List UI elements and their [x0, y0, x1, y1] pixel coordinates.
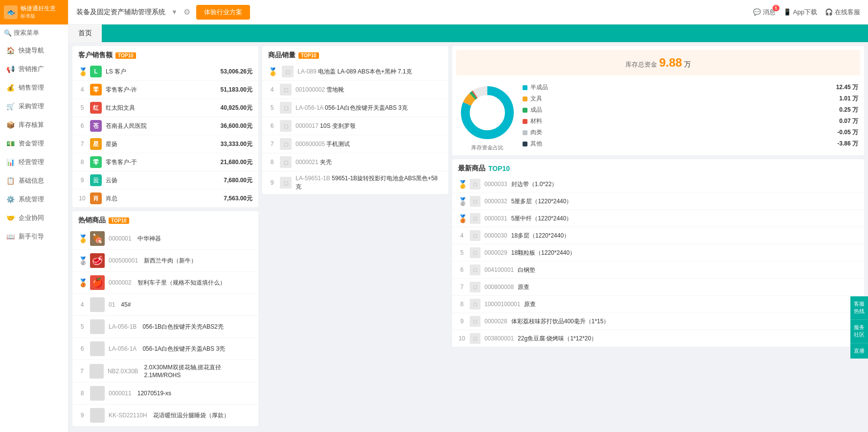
main-area: 装备及固定资产辅助管理系统 ▼ ⚙ 体验行业方案 💬 消息 6 📱 App下载 … [69, 0, 868, 432]
sidebar-item-caigou[interactable]: 🛒 采购管理 [0, 97, 68, 116]
new-rank-6: 6 [458, 266, 466, 273]
new-rank-10: 10 [458, 335, 466, 342]
hot-rank-6: 6 [78, 345, 86, 352]
legend-name-3: 材料 [530, 117, 836, 125]
right-column: 库存总资金 9.88 万 [452, 46, 864, 428]
prod-rank-2: 4 [268, 86, 276, 93]
new-img-7: ▢ [470, 282, 480, 292]
sidebar-label-xinshou: 新手引导 [19, 232, 44, 241]
sidebar-item-kucun[interactable]: 📦 库存核算 [0, 116, 68, 134]
customer-amount-8: 7,563.00元 [224, 194, 252, 203]
hot-row-8: 8 0000011 12070519-xs [72, 383, 258, 405]
float-btn-service[interactable]: 客服热线 [850, 296, 868, 320]
prod-row-6: 8 ▢ 0000021 夹壳 [262, 153, 448, 171]
product-rank-list: 🥇 ▢ LA-089 电池盖 LA-089 ABS本色+黑种 7.1克 4 ▢ … [262, 63, 448, 194]
sidebar-label-qiye: 企业协同 [19, 214, 44, 222]
hot-name-1: 中华神器 [137, 235, 161, 243]
hot-img-7 [90, 364, 104, 379]
legend-name-5: 其他 [530, 140, 834, 148]
customer-name-8: 肖总 [106, 194, 220, 203]
customer-avatar-8: 肖 [90, 192, 102, 204]
online-service-btn[interactable]: 🎧 在线客服 [825, 8, 860, 17]
new-code-2: 0000032 [484, 198, 507, 205]
sidebar-item-qiye[interactable]: 🤝 企业协同 [0, 209, 68, 227]
prod-rank-7: 9 [268, 179, 276, 186]
sidebar-item-xiaoshou[interactable]: 💰 销售管理 [0, 78, 68, 97]
float-btn-live[interactable]: 直播 [850, 343, 868, 359]
hot-code-3: 0000002 [109, 279, 132, 286]
hot-code-4: 01 [109, 301, 115, 308]
sidebar-item-jichu[interactable]: 📋 基础信息 [0, 171, 68, 190]
product-ranking-label: 商品销量 [268, 51, 296, 60]
tab-home[interactable]: 首页 [69, 24, 102, 42]
customer-ranking-panel: 客户销售额 TOP10 🥇 L LS 客户 53,006.26元 4 零 [72, 46, 258, 207]
legend-name-2: 成品 [530, 106, 836, 114]
sidebar-item-xinshou[interactable]: 📖 新手引导 [0, 227, 68, 246]
customer-top-badge: TOP10 [115, 52, 136, 59]
sidebar-item-kuaijie[interactable]: 🏠 快捷导航 [0, 41, 68, 60]
legend-item-1: 文具 1.01 万 [523, 95, 858, 103]
customer-rank-row-8: 10 肖 肖总 7,563.00元 [72, 190, 258, 207]
legend-name-0: 半成品 [530, 83, 833, 92]
hot-name-8: 12070519-xs [137, 390, 171, 397]
customer-amount-6: 21,680.00元 [221, 158, 252, 167]
hot-products-list: 🥇 🍖 0000001 中华神器 🥈 🥩 000500001 新西兰 [72, 228, 258, 426]
prod-img-1: ▢ [282, 66, 294, 77]
rank-num-6: 8 [78, 159, 86, 166]
customer-avatar-5: 星 [90, 138, 102, 150]
app-download-btn[interactable]: 📱 App下载 [783, 8, 817, 17]
customer-amount-2: 51,183.00元 [221, 86, 252, 94]
medal-gold-1: 🥇 [78, 67, 86, 76]
operation-icon: 📊 [6, 158, 15, 167]
left-column: 客户销售额 TOP10 🥇 L LS 客户 53,006.26元 4 零 [72, 46, 258, 428]
prod-code-2: 001000002 [296, 86, 325, 93]
sidebar-label-caigou: 采购管理 [19, 102, 44, 111]
new-prod-row-4: 4 ▢ 0000030 18多层（1220*2440） [452, 227, 864, 244]
hot-rank-4: 4 [78, 301, 86, 308]
new-name-9: 体彩荔枝味苏打饮品400毫升（1*15） [511, 317, 858, 326]
sidebar-item-xitong[interactable]: ⚙️ 系统管理 [0, 190, 68, 209]
rank-num-5: 7 [78, 141, 86, 147]
hot-row-3: 🥉 🍎 0000002 智利车子里（规格不知道填什么） [72, 272, 258, 294]
inventory-icon: 📦 [6, 120, 15, 129]
inventory-amount: 9.88 [659, 56, 682, 69]
sidebar-label-jichu: 基础信息 [19, 176, 44, 185]
new-img-2: ▢ [470, 196, 480, 207]
new-rank-7: 7 [458, 284, 466, 290]
inventory-chart-area: 库存资金占比 半成品 12.45 万 文具 1.01 万 [452, 79, 864, 155]
headset-icon: 🎧 [825, 8, 833, 16]
hot-code-9: KK-SD22110H [109, 412, 147, 419]
legend-name-1: 文具 [530, 95, 836, 103]
search-icon: 🔍 [4, 29, 12, 37]
prod-img-5: ▢ [280, 138, 292, 150]
customer-amount-3: 40,925.00元 [221, 104, 252, 112]
legend-val-4: -0.05 万 [837, 128, 858, 137]
hot-products-panel: 热销商品 TOP10 🥇 🍖 0000001 中华神器 🥈 [72, 211, 258, 426]
newest-label: 最新商品 [458, 164, 485, 173]
sidebar-item-jingying[interactable]: 📊 经营管理 [0, 153, 68, 171]
customer-amount-5: 33,333.00元 [221, 140, 252, 148]
message-badge[interactable]: 💬 消息 6 [753, 8, 776, 17]
sidebar-label-kuaijie: 快捷导航 [19, 46, 44, 55]
new-name-3: 5厘中纤（1220*2440） [511, 215, 858, 223]
sidebar-item-zijin[interactable]: 💵 资金管理 [0, 134, 68, 153]
hot-name-4: 45# [121, 301, 131, 308]
new-name-8: 原查 [524, 300, 858, 309]
sidebar-search[interactable]: 🔍 搜索菜单 [0, 24, 68, 41]
rank-num-7: 9 [78, 177, 86, 184]
hot-products-label: 热销商品 [78, 216, 106, 225]
sidebar-label-xiaoshou: 销售管理 [19, 83, 44, 92]
legend-val-5: -3.86 万 [837, 140, 858, 148]
sidebar-label-kucun: 库存核算 [19, 120, 44, 129]
new-medal-1: 🥇 [458, 180, 466, 189]
settings-icon[interactable]: ⚙ [183, 7, 190, 17]
sidebar-item-yingxiao[interactable]: 📢 营销推广 [0, 60, 68, 78]
new-prod-row-10: 10 ▢ 003800001 22g鱼豆腐·烧烤味（1*12*20） [452, 330, 864, 347]
trial-button[interactable]: 体验行业方案 [196, 5, 250, 20]
prod-code-5: 000800005 [296, 141, 325, 147]
new-name-4: 18多层（1220*2440） [511, 232, 858, 240]
newest-top-label: TOP10 [488, 165, 510, 172]
hot-rank-9: 9 [78, 412, 86, 419]
float-btn-community[interactable]: 服务社区 [850, 320, 868, 343]
new-code-3: 0000031 [484, 215, 507, 222]
